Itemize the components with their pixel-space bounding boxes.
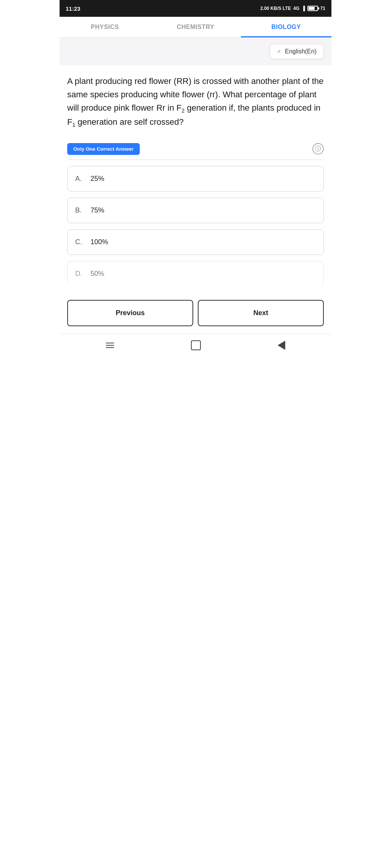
navigation-buttons: Previous Next <box>60 292 331 334</box>
home-button[interactable] <box>191 340 201 350</box>
back-triangle-icon <box>278 341 285 350</box>
bottom-nav <box>60 334 331 358</box>
option-a-text: 25% <box>90 175 104 183</box>
status-right: 2.00 KB/S LTE 4G ▐ 71 <box>260 6 325 11</box>
language-dropdown[interactable]: ✓ English(En) <box>270 44 324 59</box>
hamburger-icon <box>106 343 114 348</box>
tab-bar: PHYSICS CHEMISTRY BIOLOGY <box>60 17 331 38</box>
option-a[interactable]: A. 25% <box>67 166 324 192</box>
only-one-badge: Only One Correct Answer <box>67 143 140 155</box>
status-time: 11:23 <box>66 5 80 12</box>
option-b-text: 75% <box>90 206 104 214</box>
home-circle-icon <box>191 340 201 350</box>
back-button[interactable] <box>278 341 285 350</box>
network-type: 4G <box>293 6 299 11</box>
option-d[interactable]: D. 50% <box>67 261 324 286</box>
option-b[interactable]: B. 75% <box>67 198 324 223</box>
tab-physics[interactable]: PHYSICS <box>60 17 150 37</box>
bottom-spacer <box>60 358 331 373</box>
option-d-text: 50% <box>90 270 104 278</box>
option-c-text: 100% <box>90 238 108 246</box>
next-button[interactable]: Next <box>198 300 324 326</box>
language-section: ✓ English(En) <box>60 38 331 65</box>
battery-indicator <box>307 6 318 11</box>
option-a-label: A. <box>75 175 84 183</box>
menu-button[interactable] <box>106 343 114 348</box>
question-section: A plant producing red flower (RR) is cro… <box>60 65 331 135</box>
option-c[interactable]: C. 100% <box>67 229 324 255</box>
option-d-label: D. <box>75 270 84 278</box>
option-c-label: C. <box>75 238 84 246</box>
battery-percent: 71 <box>320 6 325 11</box>
tab-chemistry[interactable]: CHEMISTRY <box>150 17 241 37</box>
network-speed: 2.00 KB/S LTE <box>260 6 291 11</box>
options-section: A. 25% B. 75% C. 100% D. 50% <box>60 160 331 292</box>
answer-type-row: Only One Correct Answer ⓘ <box>60 135 331 159</box>
chevron-down-icon: ✓ <box>277 49 281 54</box>
status-bar: 11:23 2.00 KB/S LTE 4G ▐ 71 <box>60 0 331 17</box>
signal-icon: ▐ <box>302 6 305 11</box>
tab-biology[interactable]: BIOLOGY <box>241 17 331 37</box>
previous-button[interactable]: Previous <box>67 300 193 326</box>
info-icon[interactable]: ⓘ <box>312 143 324 155</box>
question-text: A plant producing red flower (RR) is cro… <box>67 74 324 129</box>
language-label: English(En) <box>285 48 317 55</box>
option-b-label: B. <box>75 206 84 214</box>
